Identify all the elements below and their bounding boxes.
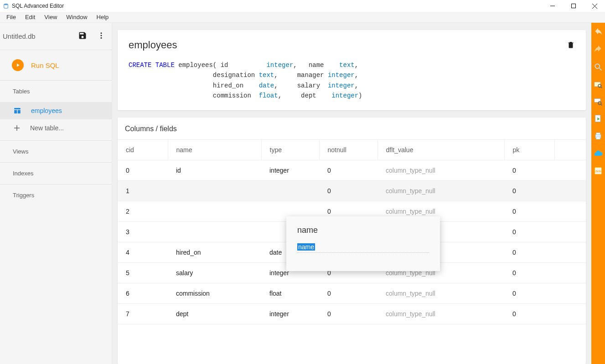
- sql-definition-card: employees CREATE TABLE employees( id int…: [118, 30, 586, 110]
- run-sql-label: Run SQL: [31, 62, 59, 69]
- section-indexes[interactable]: Indexes: [0, 163, 112, 185]
- undo-icon[interactable]: [593, 27, 603, 37]
- maximize-button[interactable]: [563, 0, 584, 12]
- zoom-icon[interactable]: [593, 62, 603, 72]
- save-icon[interactable]: [78, 31, 87, 41]
- cell-name[interactable]: [168, 201, 261, 221]
- col-pk[interactable]: pk: [504, 139, 554, 160]
- cell-name[interactable]: commission: [168, 283, 261, 303]
- svg-rect-20: [596, 133, 600, 135]
- svg-point-6: [101, 35, 102, 36]
- svg-rect-2: [572, 4, 576, 8]
- titlebar: SQL Advanced Editor: [0, 0, 605, 12]
- find-icon[interactable]: [593, 79, 603, 89]
- svg-rect-21: [596, 137, 600, 139]
- cell-cid[interactable]: 5: [118, 262, 168, 283]
- app-icon: [3, 3, 9, 9]
- col-name[interactable]: name: [168, 139, 261, 160]
- cell-notnull[interactable]: 0: [319, 303, 377, 324]
- menu-help[interactable]: Help: [92, 13, 114, 21]
- table-row[interactable]: 0idinteger0column_type_null0: [118, 160, 586, 180]
- table-row[interactable]: 10column_type_null0: [118, 180, 586, 201]
- minimize-button[interactable]: [542, 0, 563, 12]
- cell-dflt[interactable]: column_type_null: [377, 160, 504, 180]
- cell-dflt[interactable]: column_type_null: [377, 303, 504, 324]
- cell-cid[interactable]: 3: [118, 221, 168, 242]
- sidebar-item-label: employees: [31, 107, 62, 114]
- close-button[interactable]: [584, 0, 605, 12]
- cell-name[interactable]: dept: [168, 303, 261, 324]
- cell-cid[interactable]: 6: [118, 283, 168, 303]
- popup-field-label: name: [297, 226, 429, 235]
- sidebar-file-row: Untitled.db: [0, 23, 112, 50]
- col-notnull[interactable]: notnull: [319, 139, 377, 160]
- table-row[interactable]: 7deptinteger0column_type_null0: [118, 303, 586, 324]
- sidebar-item-new-table[interactable]: New table...: [0, 119, 112, 137]
- section-tables[interactable]: Tables: [0, 81, 112, 102]
- col-cid[interactable]: cid: [118, 139, 168, 160]
- cloud-icon[interactable]: [593, 149, 603, 159]
- svg-line-11: [600, 68, 602, 71]
- sql-code[interactable]: CREATE TABLE employees( id integer, name…: [129, 60, 575, 101]
- cell-name[interactable]: salary: [168, 262, 261, 283]
- section-triggers[interactable]: Triggers: [0, 185, 112, 206]
- menu-file[interactable]: File: [2, 13, 21, 21]
- run-script-icon[interactable]: [593, 114, 603, 124]
- cell-cid[interactable]: 1: [118, 180, 168, 201]
- cell-name[interactable]: [168, 180, 261, 201]
- new-table-label: New table...: [30, 124, 64, 132]
- cell-pk[interactable]: 0: [504, 283, 554, 303]
- cell-pk[interactable]: 0: [504, 160, 554, 180]
- svg-point-0: [4, 4, 8, 5]
- json-icon[interactable]: JSON: [593, 166, 603, 176]
- cell-type[interactable]: [261, 180, 319, 201]
- table-header-row: cid name type notnull dflt_value pk: [118, 139, 586, 160]
- delete-table-button[interactable]: [567, 40, 575, 51]
- menu-edit[interactable]: Edit: [21, 13, 40, 21]
- cell-notnull[interactable]: 0: [319, 180, 377, 201]
- more-icon[interactable]: [97, 31, 105, 41]
- cell-dflt[interactable]: column_type_null: [377, 180, 504, 201]
- cell-name[interactable]: [168, 221, 261, 242]
- cell-cid[interactable]: 4: [118, 242, 168, 262]
- cell-pk[interactable]: 0: [504, 221, 554, 242]
- window-title: SQL Advanced Editor: [12, 3, 64, 9]
- svg-line-17: [601, 104, 602, 106]
- right-toolbar: JSON: [591, 23, 605, 364]
- edit-name-popup: name name: [286, 216, 440, 271]
- cell-type[interactable]: integer: [261, 160, 319, 180]
- cell-name[interactable]: id: [168, 160, 261, 180]
- cell-cid[interactable]: 7: [118, 303, 168, 324]
- section-views[interactable]: Views: [0, 140, 112, 163]
- content-area: employees CREATE TABLE employees( id int…: [112, 23, 591, 364]
- cell-type[interactable]: integer: [261, 303, 319, 324]
- cell-type[interactable]: float: [261, 283, 319, 303]
- cell-pk[interactable]: 0: [504, 262, 554, 283]
- play-icon: [12, 59, 24, 71]
- sidebar: Untitled.db Run SQL Tables employees: [0, 23, 112, 364]
- window-controls: [542, 0, 605, 12]
- popup-name-input[interactable]: name: [297, 241, 429, 253]
- table-row[interactable]: 6commissionfloat0column_type_null0: [118, 283, 586, 303]
- cell-dflt[interactable]: column_type_null: [377, 283, 504, 303]
- cell-notnull[interactable]: 0: [319, 160, 377, 180]
- cell-cid[interactable]: 2: [118, 201, 168, 221]
- svg-line-14: [601, 87, 602, 88]
- redo-icon[interactable]: [593, 45, 603, 55]
- menu-view[interactable]: View: [40, 13, 62, 21]
- find-replace-icon[interactable]: [593, 97, 603, 107]
- run-sql-button[interactable]: Run SQL: [0, 50, 112, 81]
- print-icon[interactable]: [593, 131, 603, 141]
- cell-pk[interactable]: 0: [504, 201, 554, 221]
- cell-pk[interactable]: 0: [504, 303, 554, 324]
- svg-point-5: [101, 32, 102, 34]
- cell-pk[interactable]: 0: [504, 180, 554, 201]
- cell-name[interactable]: hired_on: [168, 242, 261, 262]
- cell-notnull[interactable]: 0: [319, 283, 377, 303]
- cell-pk[interactable]: 0: [504, 242, 554, 262]
- col-type[interactable]: type: [261, 139, 319, 160]
- menu-window[interactable]: Window: [62, 13, 92, 21]
- sidebar-item-employees[interactable]: employees: [0, 102, 112, 119]
- col-dflt[interactable]: dflt_value: [377, 139, 504, 160]
- cell-cid[interactable]: 0: [118, 160, 168, 180]
